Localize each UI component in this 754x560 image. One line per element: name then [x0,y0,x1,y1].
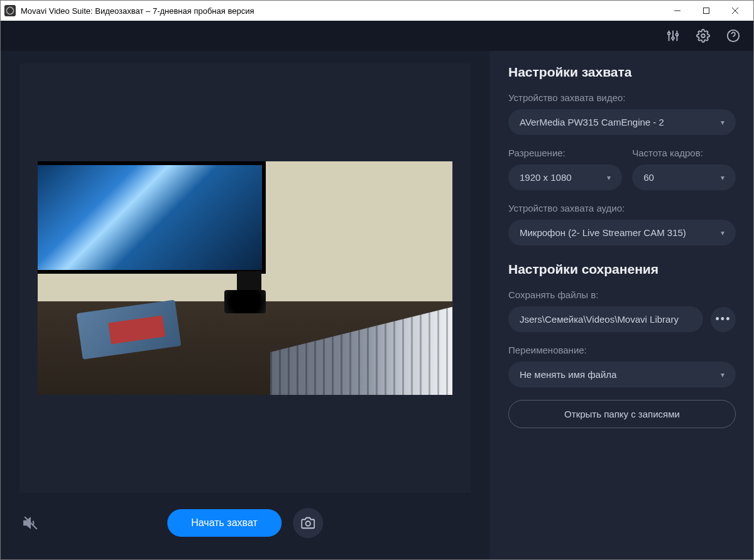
audio-device-label: Устройство захвата аудио: [508,203,736,213]
svg-point-9 [676,33,679,36]
svg-rect-1 [704,8,709,14]
save-path-field[interactable]: Jsers\Семейка\Videos\Movavi Library [508,306,703,332]
video-device-value: AVerMedia PW315 CamEngine - 2 [520,117,664,127]
app-logo-icon [4,5,16,16]
top-toolbar [1,21,753,51]
chevron-down-icon: ▾ [721,370,724,379]
settings-pane: › Настройки захвата Устройство захвата в… [489,51,753,559]
video-device-label: Устройство захвата видео: [508,92,736,103]
minimize-button[interactable] [663,1,692,21]
webcam-scene [38,161,452,394]
rename-label: Переименование: [508,345,736,355]
sliders-icon [666,29,680,43]
preview-pane: Начать захват [1,51,489,559]
gear-icon [696,29,710,43]
browse-path-button[interactable]: ••• [711,307,736,332]
chevron-down-icon: ▾ [607,173,611,182]
titlebar: Movavi Video Suite: Видеозахват – 7-днев… [1,1,753,21]
camera-icon [301,516,315,530]
window-controls [663,1,750,21]
open-folder-button[interactable]: Открыть папку с записями [508,400,736,428]
video-preview [38,161,452,394]
start-capture-button[interactable]: Начать захват [167,509,281,537]
svg-point-7 [668,33,670,35]
chevron-down-icon: ▾ [721,173,724,182]
minimize-icon [674,7,681,14]
resolution-select[interactable]: 1920 x 1080 ▾ [508,164,622,190]
app-window: Movavi Video Suite: Видеозахват – 7-днев… [0,0,754,560]
chevron-down-icon: ▾ [721,118,724,127]
video-device-select[interactable]: AVerMedia PW315 CamEngine - 2 ▾ [508,109,736,135]
ellipsis-icon: ••• [716,313,731,326]
audio-device-select[interactable]: Микрофон (2- Live Streamer CAM 315) ▾ [508,220,736,245]
help-icon [726,29,740,43]
svg-point-8 [672,37,674,40]
settings-button[interactable] [694,27,712,45]
capture-settings-heading: Настройки захвата [508,65,736,80]
content-area: Начать захват › Настройки захвата Устрой… [1,51,753,559]
center-controls: Начать захват [167,508,323,538]
svg-point-15 [305,521,310,525]
window-title: Movavi Video Suite: Видеозахват – 7-днев… [21,6,663,16]
save-to-label: Сохранять файлы в: [508,289,736,300]
scene-keyboard [270,306,452,394]
scene-packet [77,299,182,360]
chevron-down-icon: ▾ [721,229,724,237]
framerate-value: 60 [643,172,654,183]
close-icon [731,7,739,14]
video-preview-area [19,63,471,493]
preview-controls: Начать захват [19,504,471,542]
framerate-label: Частота кадров: [632,148,736,158]
rename-value: Не менять имя файла [520,369,616,380]
resolution-label: Разрешение: [508,148,622,158]
close-button[interactable] [721,1,750,21]
framerate-select[interactable]: 60 ▾ [632,164,736,190]
mute-button[interactable] [19,512,42,534]
scene-camera [224,290,266,313]
effects-button[interactable] [664,27,682,45]
rename-select[interactable]: Не менять имя файла ▾ [508,362,736,387]
audio-device-value: Микрофон (2- Live Streamer CAM 315) [520,227,686,238]
snapshot-button[interactable] [293,508,323,538]
maximize-icon [702,7,710,14]
speaker-muted-icon [23,515,39,531]
help-button[interactable] [724,27,742,45]
resolution-value: 1920 x 1080 [520,172,572,183]
scene-monitor [38,161,266,273]
svg-point-10 [701,34,705,38]
scene-monitor-screen [38,165,262,269]
maximize-button[interactable] [692,1,721,21]
save-settings-heading: Настройки сохранения [508,262,736,277]
